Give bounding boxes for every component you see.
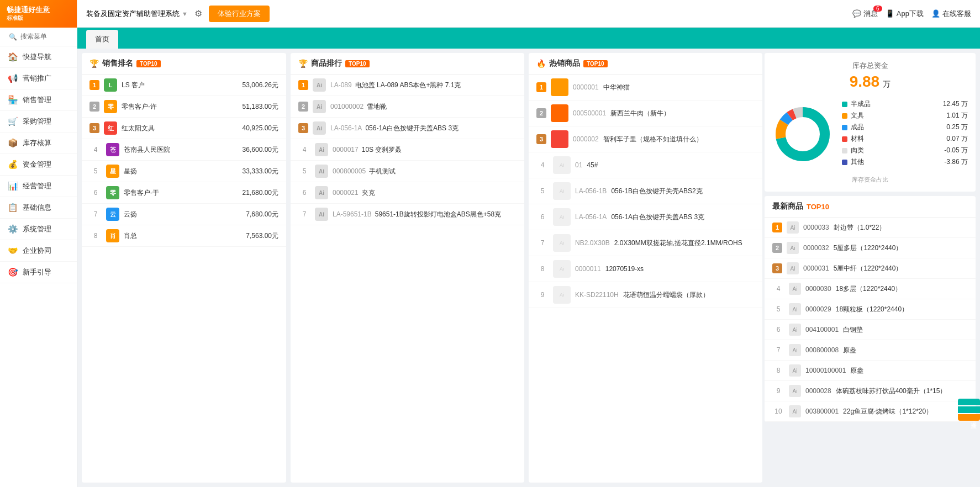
- product-thumb: Ai: [789, 344, 801, 356]
- nav-label-purchase: 采购管理: [23, 117, 51, 126]
- list-item: 9 Ai KK-SD22110H 花语萌恒温分蠕蠕袋（厚款）: [529, 282, 762, 308]
- rank-num: 2: [536, 108, 546, 118]
- product-name: 中华神猫: [603, 83, 755, 92]
- search-menu[interactable]: 🔍 搜索菜单: [0, 28, 77, 46]
- product-thumb: Ai: [787, 242, 799, 254]
- customer-name: LS 客户: [122, 81, 243, 90]
- nav-icon-base: 📋: [8, 203, 18, 213]
- list-item: 4 Ai 01 45#: [529, 152, 762, 178]
- table-row: 3 红 红太阳文具 40,925.00元: [82, 118, 286, 139]
- product-name: 封边带（1.0*22）: [834, 223, 968, 232]
- sidebar-nav: 🏠快捷导航📢营销推广🏪销售管理🛒采购管理📦库存核算💰资金管理📊经营管理📋基础信息…: [0, 46, 77, 283]
- float-btn-2[interactable]: 直播: [958, 414, 980, 421]
- product-info: LA-59651-1B59651-1B旋转投影灯电池盒ABS黑色+58克: [333, 210, 517, 219]
- list-item: 1 Ai 0000033 封边带（1.0*22）: [765, 218, 976, 238]
- table-row: 1 Ai LA-089电池盖 LA-089 ABS本色+黑种 7.1克: [291, 75, 524, 96]
- customer-amount: 21,680.00元: [243, 188, 278, 198]
- online-service-label: 在线客服: [942, 9, 971, 19]
- rank-num: 1: [536, 82, 546, 92]
- table-row: 4 苍 苍南县人民医院 36,600.00元: [82, 139, 286, 161]
- legend-item: 成品 0.25 万: [842, 123, 968, 132]
- customer-amount: 53,006.26元: [243, 81, 278, 90]
- right-panel: 库存总资金 9.88 万: [765, 49, 980, 487]
- inventory-unit: 万: [883, 80, 891, 88]
- table-row: 6 Ai 0000021夹克: [291, 182, 524, 204]
- inventory-card: 库存总资金 9.88 万: [765, 53, 976, 192]
- avatar: L: [104, 78, 117, 92]
- legend-label: 肉类: [851, 146, 941, 155]
- table-row: 5 星 星扬 33,333.00元: [82, 161, 286, 182]
- legend-label: 文具: [851, 111, 943, 120]
- search-icon: 🔍: [9, 33, 17, 41]
- product-thumbnail: [551, 78, 568, 96]
- list-item: 5 Ai 0000029 18颗粒板（1220*2440）: [765, 299, 976, 320]
- sidebar-item-operations[interactable]: 📊经营管理: [0, 176, 77, 197]
- legend-color: [842, 136, 847, 142]
- float-btn-0[interactable]: 客服热线: [958, 399, 980, 405]
- legend-label: 半成品: [851, 99, 940, 109]
- legend-value: 0.25 万: [946, 123, 968, 132]
- product-code: 000800008: [805, 346, 839, 354]
- product-name: 45#: [587, 161, 755, 169]
- newest-products-list: 1 Ai 0000033 封边带（1.0*22） 2 Ai 0000032 5厘…: [765, 218, 976, 422]
- product-name: 22g鱼豆腐·烧烤味（1*12*20）: [843, 407, 968, 416]
- sidebar-item-sales[interactable]: 🏪销售管理: [0, 89, 77, 111]
- rank-num: 6: [298, 189, 310, 197]
- chart-legend: 半成品 12.45 万 文具 1.01 万 成品 0.25 万 材料 0.07 …: [842, 99, 968, 169]
- rank-num: 4: [298, 146, 310, 153]
- table-row: 4 Ai 000001710S 变刹罗叒: [291, 139, 524, 161]
- customer-name: 星扬: [124, 167, 243, 176]
- sidebar-item-marketing[interactable]: 📢营销推广: [0, 68, 77, 89]
- product-code: 0000011: [575, 265, 601, 273]
- sidebar-item-base[interactable]: 📋基础信息: [0, 197, 77, 219]
- sidebar-item-quick-nav[interactable]: 🏠快捷导航: [0, 46, 77, 68]
- customer-amount: 33,333.00元: [243, 167, 278, 176]
- experience-btn[interactable]: 体验行业方案: [209, 6, 270, 22]
- newest-products-card: 最新商品 TOP10 1 Ai 0000033 封边带（1.0*22） 2 Ai…: [765, 196, 976, 422]
- float-btn-1[interactable]: 服务社区: [958, 406, 980, 413]
- inventory-amount: 9.88 万: [772, 73, 968, 91]
- product-name: 原盎: [850, 366, 968, 375]
- topbar-right: 💬 消息 6 📱 App下载 👤 在线客服: [852, 9, 971, 19]
- customer-name: 云扬: [124, 210, 246, 219]
- message-badge: 6: [873, 6, 882, 12]
- tab-home[interactable]: 首页: [86, 30, 118, 49]
- product-info: 0000021夹克: [333, 188, 517, 198]
- product-ranking-list: 1 Ai LA-089电池盖 LA-089 ABS本色+黑种 7.1克 2 Ai…: [291, 75, 524, 483]
- rank-num: 7: [298, 210, 310, 218]
- product-code: 003800001: [805, 407, 839, 415]
- product-thumb: Ai: [315, 186, 328, 199]
- product-code: 0000033: [803, 224, 829, 231]
- sidebar-item-finance[interactable]: 💰资金管理: [0, 154, 77, 176]
- sidebar-item-enterprise[interactable]: 🤝企业协同: [0, 240, 77, 262]
- product-thumb: Ai: [313, 100, 326, 113]
- list-item: 3 0000002 智利车子里（规格不知道填什么）: [529, 126, 762, 152]
- logo-subtitle: 标准版: [7, 14, 50, 22]
- hot-icon: 🔥: [536, 59, 546, 68]
- online-service-btn[interactable]: 👤 在线客服: [931, 9, 971, 19]
- rank-num: 5: [536, 187, 549, 195]
- sidebar-item-system[interactable]: ⚙️系统管理: [0, 219, 77, 240]
- product-code: NB2.0X30B: [575, 239, 610, 247]
- product-thumb: Ai: [787, 221, 799, 234]
- avatar: 红: [104, 121, 117, 135]
- system-title-dropdown[interactable]: 装备及固定资产辅助管理系统 ▼: [86, 9, 188, 19]
- inventory-footnote: 库存资金占比: [772, 176, 968, 184]
- table-row: 2 Ai 001000002雪地靴: [291, 96, 524, 118]
- content-area: 🏆 销售排名 TOP10 1 L LS 客户 53,006.26元 2 零 零售…: [77, 49, 980, 487]
- customer-amount: 40,925.00元: [243, 124, 278, 133]
- sidebar-item-guide[interactable]: 🎯新手引导: [0, 262, 77, 283]
- dropdown-arrow-icon: ▼: [182, 10, 188, 17]
- sidebar-item-inventory[interactable]: 📦库存核算: [0, 133, 77, 154]
- float-buttons: 客服热线服务社区直播: [958, 399, 980, 421]
- legend-label: 成品: [851, 123, 943, 132]
- nav-label-guide: 新手引导: [23, 267, 51, 277]
- message-btn[interactable]: 💬 消息 6: [852, 9, 878, 19]
- settings-icon[interactable]: ⚙: [194, 8, 202, 19]
- rank-num: 6: [536, 213, 549, 221]
- app-download-btn[interactable]: 📱 App下载: [886, 9, 924, 19]
- table-row: 3 Ai LA-056-1A056-1A白色按键开关盖ABS 3克: [291, 118, 524, 139]
- rank-num: 7: [772, 346, 784, 354]
- sidebar-item-purchase[interactable]: 🛒采购管理: [0, 111, 77, 133]
- product-info: 001000002雪地靴: [330, 102, 517, 112]
